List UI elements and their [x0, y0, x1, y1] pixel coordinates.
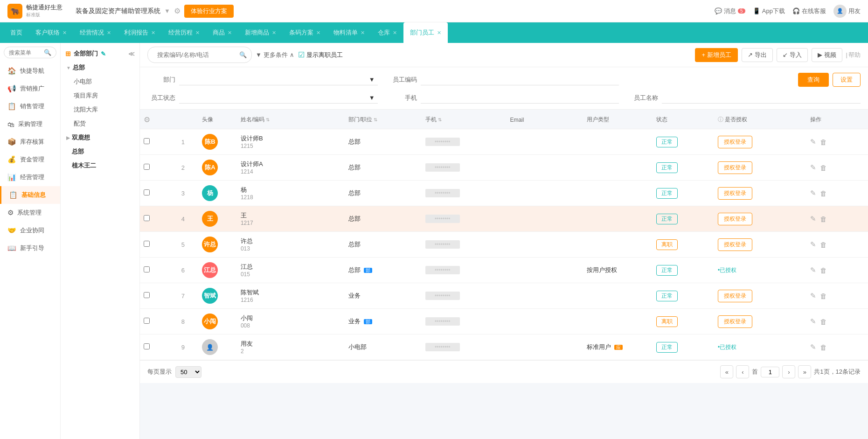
dept-tree-item-small-elec[interactable]: 小电部: [64, 75, 139, 89]
delete-icon[interactable]: 🗑: [820, 138, 827, 146]
search-icon[interactable]: 🔍: [239, 51, 247, 58]
delete-icon[interactable]: 🗑: [820, 189, 827, 197]
edit-icon[interactable]: ✎: [810, 343, 816, 351]
last-page-btn[interactable]: »: [798, 365, 811, 378]
row-checkbox[interactable]: [144, 292, 150, 298]
edit-icon[interactable]: ✎: [810, 215, 816, 223]
sidebar-item-operations[interactable]: 📊 经营管理: [0, 168, 60, 186]
collapse-dept-icon[interactable]: ≪: [128, 50, 135, 57]
edit-icon[interactable]: ✎: [810, 292, 816, 300]
close-icon[interactable]: ✕: [316, 30, 320, 36]
close-icon[interactable]: ✕: [361, 30, 365, 36]
auth-login-btn[interactable]: 授权登录: [718, 315, 752, 328]
help-btn[interactable]: | 帮助: [846, 51, 861, 59]
delete-icon[interactable]: 🗑: [820, 292, 827, 300]
close-icon[interactable]: ✕: [107, 30, 111, 36]
sidebar-search-box[interactable]: 🔍: [4, 47, 56, 58]
dept-select[interactable]: ▼: [179, 74, 378, 85]
per-page-select[interactable]: 50 100: [175, 366, 201, 378]
sidebar-item-finance[interactable]: 💰 资金管理: [0, 151, 60, 168]
view-btn[interactable]: ▶ 视频: [812, 48, 842, 62]
tab-profit[interactable]: 利润报告 ✕: [118, 22, 162, 43]
show-resigned-checkbox[interactable]: ☑ 显示离职员工: [298, 50, 343, 59]
user-area[interactable]: 👤 用友: [833, 5, 861, 18]
dept-tree-item-shuangmeng[interactable]: ▶ 双鹿想: [61, 131, 139, 145]
row-checkbox-cell[interactable]: [140, 232, 167, 258]
sort-icon[interactable]: ⇅: [438, 117, 442, 122]
edit-icon[interactable]: ✎: [810, 266, 816, 274]
tab-customer[interactable]: 客户联络 ✕: [29, 22, 73, 43]
status-select[interactable]: ▼: [179, 92, 378, 104]
search-input[interactable]: [153, 49, 236, 61]
service-btn[interactable]: 🎧 在线客服: [792, 7, 826, 15]
auth-login-btn[interactable]: 授权登录: [718, 290, 752, 302]
auth-login-btn[interactable]: 授权登录: [718, 161, 752, 174]
row-checkbox-cell[interactable]: [140, 129, 167, 155]
page-input[interactable]: [761, 367, 779, 377]
sidebar-search-input[interactable]: [9, 49, 42, 56]
phone-input[interactable]: [421, 92, 619, 104]
edit-icon[interactable]: ✎: [810, 138, 816, 146]
dropdown-icon[interactable]: ▼: [164, 7, 170, 14]
more-filter-btn[interactable]: ▼ 更多条件 ∧: [256, 51, 294, 59]
sidebar-item-quick-nav[interactable]: 🏠 快捷导航: [0, 62, 60, 80]
code-input[interactable]: [421, 74, 619, 85]
tab-process[interactable]: 经营历程 ✕: [162, 22, 206, 43]
row-checkbox-cell[interactable]: [140, 283, 167, 309]
tab-warehouse[interactable]: 仓库 ✕: [371, 22, 403, 43]
prev-page-btn[interactable]: ‹: [736, 365, 749, 378]
close-icon[interactable]: ✕: [151, 30, 155, 36]
tab-material[interactable]: 物料清单 ✕: [327, 22, 371, 43]
edit-icon[interactable]: ✎: [810, 189, 816, 197]
edit-icon[interactable]: ✎: [810, 317, 816, 326]
row-checkbox[interactable]: [144, 241, 150, 247]
dept-tree-item-distribution[interactable]: 配货: [64, 117, 139, 131]
auth-login-btn[interactable]: 授权登录: [718, 238, 752, 251]
tab-home[interactable]: 首页: [4, 22, 29, 43]
settings-gear-icon[interactable]: ⚙: [144, 116, 150, 124]
delete-icon[interactable]: 🗑: [820, 241, 827, 249]
sidebar-item-purchase[interactable]: 🛍 采购管理: [0, 115, 60, 133]
trial-btn[interactable]: 体验行业方案: [184, 5, 234, 18]
tab-barcode[interactable]: 条码方案 ✕: [283, 22, 327, 43]
close-icon[interactable]: ✕: [393, 30, 397, 36]
row-checkbox-cell[interactable]: [140, 258, 167, 283]
export-btn[interactable]: ↗ 导出: [742, 48, 773, 62]
sidebar-item-marketing[interactable]: 📢 营销推广: [0, 80, 60, 98]
col-name[interactable]: 姓名/编码⇅: [237, 111, 345, 129]
close-icon[interactable]: ✕: [228, 30, 232, 36]
tab-business[interactable]: 经营情况 ✕: [73, 22, 118, 43]
auth-login-btn[interactable]: 授权登录: [718, 213, 752, 225]
row-checkbox-cell[interactable]: [140, 206, 167, 232]
edit-icon[interactable]: ✎: [810, 163, 816, 172]
delete-icon[interactable]: 🗑: [820, 343, 827, 351]
tab-staff[interactable]: 部门员工 ✕: [403, 22, 448, 43]
import-btn[interactable]: ↙ 导入: [777, 48, 808, 62]
row-checkbox-cell[interactable]: [140, 309, 167, 334]
dept-tree-item-general[interactable]: ▼ 总部: [61, 61, 139, 75]
col-dept[interactable]: 部门/职位⇅: [345, 111, 422, 129]
col-phone[interactable]: 手机⇅: [422, 111, 507, 129]
dept-tree-item-general2[interactable]: ▶ 总部: [61, 145, 139, 159]
sort-icon[interactable]: ⇅: [266, 117, 270, 122]
next-page-btn[interactable]: ›: [782, 365, 795, 378]
add-staff-btn[interactable]: + 新增员工: [695, 48, 737, 62]
message-btn[interactable]: 💬 消息 5: [715, 7, 745, 15]
auth-login-btn[interactable]: 授权登录: [718, 136, 752, 148]
row-checkbox-cell[interactable]: [140, 155, 167, 181]
gear-icon[interactable]: ⚙: [174, 7, 181, 15]
col-settings[interactable]: ⚙: [140, 111, 167, 129]
app-download-btn[interactable]: 📱 App下载: [753, 7, 785, 15]
dept-tree-item-shenyang[interactable]: 沈阳大库: [64, 103, 139, 117]
sidebar-item-enterprise[interactable]: 🤝 企业协同: [0, 222, 60, 239]
row-checkbox-cell[interactable]: [140, 181, 167, 206]
edit-icon[interactable]: ✎: [810, 240, 816, 249]
row-checkbox[interactable]: [144, 266, 150, 272]
row-checkbox-cell[interactable]: [140, 334, 167, 360]
dept-tree-item-project[interactable]: 项目库房: [64, 89, 139, 103]
row-checkbox[interactable]: [144, 189, 150, 195]
close-icon[interactable]: ✕: [62, 30, 67, 36]
row-checkbox[interactable]: [144, 215, 150, 221]
delete-icon[interactable]: 🗑: [820, 215, 827, 223]
close-icon[interactable]: ✕: [195, 30, 200, 36]
